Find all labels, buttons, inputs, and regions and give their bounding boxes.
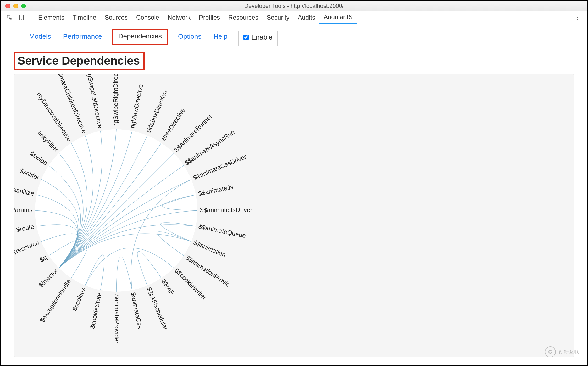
watermark: G 创新互联 — [545, 346, 579, 357]
watermark-logo-icon: G — [545, 346, 556, 357]
content-area: Service Dependencies ngSwipeRightDirecti… — [1, 46, 587, 362]
close-window-button[interactable] — [5, 4, 10, 8]
tab-sources[interactable]: Sources — [101, 11, 132, 24]
chord-node-label[interactable]: $$rAFScheduler — [146, 286, 169, 331]
dependency-chord-diagram: ngSwipeRightDirectivengViewDirectiveside… — [14, 74, 368, 357]
chord-node-label[interactable]: sideboxDirective — [145, 89, 169, 134]
angularjs-subnav: Models Performance Dependencies Options … — [14, 24, 574, 46]
subnav-models[interactable]: Models — [27, 29, 53, 46]
chord-node-label[interactable]: $$animation — [192, 239, 227, 258]
tab-security[interactable]: Security — [263, 11, 294, 24]
chord-node-label[interactable]: $route — [16, 223, 35, 233]
watermark-text: 创新互联 — [558, 348, 579, 356]
chord-node-label[interactable]: $animateProvider — [113, 294, 120, 343]
chord-node-label[interactable]: linkyFilter — [36, 130, 60, 153]
tab-profiles[interactable]: Profiles — [195, 11, 224, 24]
svg-rect-1 — [21, 19, 22, 20]
heading-highlight: Service Dependencies — [14, 52, 145, 70]
inspect-element-icon[interactable] — [5, 14, 13, 21]
tab-resources[interactable]: Resources — [224, 11, 263, 24]
chord-node-label[interactable]: ngSwipeRightDirective — [112, 74, 119, 127]
tab-angularjs[interactable]: AngularJS — [319, 11, 357, 24]
chord-node-label[interactable]: $swipe — [29, 150, 49, 167]
tab-timeline[interactable]: Timeline — [69, 11, 101, 24]
window-title-bar: Developer Tools - http://localhost:9000/ — [1, 1, 587, 11]
tab-network[interactable]: Network — [163, 11, 195, 24]
chord-node-label[interactable]: $cookies — [71, 286, 87, 312]
page-title: Service Dependencies — [18, 54, 140, 67]
dependency-chart-panel: ngSwipeRightDirectivengViewDirectiveside… — [14, 74, 574, 357]
traffic-lights — [1, 4, 26, 8]
window-title: Developer Tools - http://localhost:9000/ — [1, 3, 587, 9]
subnav-performance[interactable]: Performance — [61, 29, 104, 46]
enable-checkbox[interactable] — [243, 35, 249, 40]
chord-node-label[interactable]: $routeParams — [14, 206, 32, 213]
chord-node-label[interactable]: ngSwipeLeftDirective — [85, 74, 104, 129]
tab-elements[interactable]: Elements — [34, 11, 69, 24]
toolbar-separator — [31, 14, 31, 21]
devtools-toolbar: Elements Timeline Sources Console Networ… — [1, 11, 587, 24]
chord-node-label[interactable]: $injector — [37, 267, 59, 289]
subnav-options[interactable]: Options — [176, 29, 204, 46]
subnav-help[interactable]: Help — [212, 29, 230, 46]
chord-node-label[interactable]: ztreeDirective — [159, 107, 187, 142]
chord-node-label[interactable]: $resource — [14, 239, 40, 256]
chord-node-label[interactable]: $$cookieWriter — [173, 267, 208, 301]
chord-node-label[interactable]: $$animateQueue — [198, 223, 247, 239]
device-mode-icon[interactable] — [18, 14, 25, 21]
subnav-dependencies-highlight: Dependencies — [112, 29, 168, 45]
chord-node-label[interactable]: $sniffer — [19, 167, 41, 181]
minimize-window-button[interactable] — [13, 4, 18, 8]
chord-node-label[interactable]: $animateCss — [130, 292, 144, 329]
enable-label: Enable — [251, 33, 273, 41]
chord-node-label[interactable]: $sanitize — [14, 185, 35, 197]
chord-node-label[interactable]: $$rAF — [160, 278, 176, 296]
chord-node-label[interactable]: $q — [38, 254, 48, 263]
tab-audits[interactable]: Audits — [293, 11, 319, 24]
chord-node-label[interactable]: $$animateJs — [198, 183, 234, 197]
subnav-dependencies[interactable]: Dependencies — [116, 29, 164, 45]
chord-node-label[interactable]: $$animateJsDriver — [200, 206, 252, 213]
tab-console[interactable]: Console — [132, 11, 163, 24]
chord-node-label[interactable]: $cookieStore — [89, 292, 103, 329]
more-options-icon[interactable]: ⋮ — [570, 13, 585, 21]
maximize-window-button[interactable] — [21, 4, 26, 8]
chord-node-label[interactable]: ngViewDirective — [129, 84, 144, 129]
enable-toggle-wrap: Enable — [238, 30, 278, 46]
